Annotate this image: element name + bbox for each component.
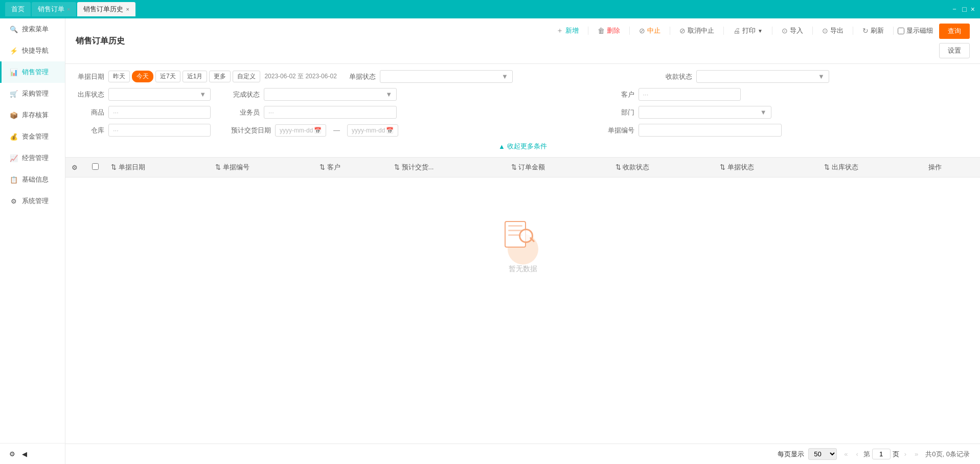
refresh-label: 刷新 [871,26,884,35]
sidebar-item-inventory[interactable]: 📦 库存核算 [0,104,65,126]
table-body: 暂无数据 [65,178,980,315]
tab-sales-order-label: 销售订单 [38,5,64,14]
client-label: 客户 [606,90,634,99]
salesperson-input[interactable]: ··· [264,106,397,119]
date-btn-more[interactable]: 更多 [209,71,231,82]
filter-product: 商品 ··· [76,106,211,119]
expected-date-end[interactable]: yyyy-mm-dd 📅 [347,124,398,137]
sidebar-item-quick-nav[interactable]: ⚡ 快捷导航 [0,40,65,61]
minimize-btn[interactable]: － [951,5,958,14]
sidebar-item-search-menu-label: 搜索菜单 [22,25,49,34]
sidebar-item-ops-label: 经营管理 [22,153,49,163]
sidebar-collapse-icon[interactable]: ◀ [20,450,29,458]
order-num-input[interactable] [639,124,782,137]
stop-label: 中止 [647,26,660,35]
sidebar-item-sys-mgmt[interactable]: ⚙ 系统管理 [0,190,65,212]
payment-status-arrow: ▼ [818,73,825,80]
date-range: 2023-06-02 至 2023-06-02 [264,72,336,81]
filter-row-2: 出库状态 ▼ 完成状态 ▼ 客户 ··· [76,88,970,101]
client-input[interactable]: ··· [639,88,741,101]
payment-status-select[interactable]: ▼ [696,70,829,83]
import-btn[interactable]: ⊙ 导入 [777,24,808,38]
print-arrow: ▼ [758,28,763,34]
settings-btn[interactable]: 设置 [939,43,970,58]
print-btn[interactable]: 🖨 打印 ▼ [728,24,768,38]
main-content: 销售订单历史 ＋ 新增 🗑 删除 ⊘ 中止 [65,18,980,464]
tab-sales-order[interactable]: 销售订单 × [32,2,76,16]
export-btn[interactable]: ⊙ 导出 [817,24,849,38]
col-order-date: ⇅ 单据日期 [105,158,209,178]
last-page-btn[interactable]: » [911,449,921,459]
filter-complete-status: 完成状态 ▼ [231,88,596,101]
new-btn[interactable]: ＋ 新增 [551,24,584,38]
refresh-btn[interactable]: ↻ 刷新 [857,24,889,38]
divider-5 [772,27,772,35]
empty-row: 暂无数据 [65,178,980,315]
sidebar-item-sales-mgmt-label: 销售管理 [22,68,49,77]
col-order-amount: ⇅ 订单金额 [505,158,609,178]
date-separator: — [330,126,343,134]
table-area: ⚙ ⇅ 单据日期 ⇅ 单据编号 ⇅ 客户 [65,158,980,444]
sidebar-item-sales-mgmt[interactable]: 📊 销售管理 [0,61,65,83]
order-num-label: 单据编号 [606,126,634,135]
date-btn-yesterday[interactable]: 昨天 [108,71,130,82]
display-cols-checkbox[interactable] [898,28,904,34]
import-icon: ⊙ [782,27,788,35]
cancel-stop-icon: ⊘ [679,27,686,35]
prev-page-btn[interactable]: ‹ [853,449,861,459]
sidebar-item-purchase-mgmt[interactable]: 🛒 采购管理 [0,83,65,104]
delete-btn[interactable]: 🗑 删除 [592,24,625,38]
order-status-label: 单据状态 [347,72,376,81]
sidebar-item-ops[interactable]: 📈 经营管理 [0,147,65,169]
sidebar-item-finance[interactable]: 💰 资金管理 [0,126,65,147]
tab-sales-order-history-close[interactable]: × [126,6,129,12]
delete-icon: 🗑 [598,27,605,35]
collapse-icon: ▲ [498,143,505,150]
collapse-row[interactable]: ▲ 收起更多条件 [76,142,970,151]
page-word: 第 [863,450,870,459]
date-btn-today[interactable]: 今天 [132,71,153,82]
select-all-checkbox[interactable] [92,163,99,170]
filter-order-status: 单据状态 ▼ [347,70,653,83]
first-page-btn[interactable]: « [841,449,851,459]
tab-sales-order-close[interactable]: × [67,6,70,12]
col-client: ⇅ 客户 [313,158,388,178]
finance-icon: 💰 [10,132,18,141]
order-status-select[interactable]: ▼ [380,70,513,83]
sidebar-settings-icon[interactable]: ⚙ [8,450,16,458]
page-label: 页 [893,450,899,459]
filter-salesperson: 业务员 ··· [231,106,596,119]
stop-btn[interactable]: ⊘ 中止 [634,24,666,38]
main-layout: 🔍 搜索菜单 ⚡ 快捷导航 📊 销售管理 🛒 采购管理 📦 库存核算 💰 资金管… [0,18,980,464]
window-close-btn[interactable]: × [971,5,975,13]
complete-status-select[interactable]: ▼ [264,88,397,101]
search-menu-icon: 🔍 [10,25,18,33]
product-input[interactable]: ··· [108,106,211,119]
cancel-stop-label: 取消中止 [688,26,714,35]
expected-date-label: 预计交货日期 [231,126,271,135]
page-input[interactable] [872,449,891,459]
tab-sales-order-history[interactable]: 销售订单历史 × [77,2,135,16]
col-expected-date: ⇅ 预计交货... [388,158,505,178]
sidebar-item-base-info[interactable]: 📋 基础信息 [0,169,65,190]
filter-row-4: 仓库 ··· 预计交货日期 yyyy-mm-dd 📅 — yyyy-mm-dd … [76,124,970,137]
table-settings-icon[interactable]: ⚙ [72,164,78,171]
warehouse-input[interactable]: ··· [108,124,211,137]
date-btn-custom[interactable]: 自定义 [233,71,260,82]
col-stock-status: ⇅ 出库状态 [818,158,922,178]
col-order-date-label: ⇅ 单据日期 [111,163,145,171]
query-btn[interactable]: 查询 [939,24,970,39]
page-size-select[interactable]: 50 10 20 100 [808,448,837,460]
next-page-btn[interactable]: › [901,449,909,459]
stock-status-select[interactable]: ▼ [108,88,211,101]
date-btn-1month[interactable]: 近1月 [183,71,208,82]
dept-label: 部门 [606,108,634,117]
expected-date-start[interactable]: yyyy-mm-dd 📅 [275,124,326,137]
sidebar-item-search-menu[interactable]: 🔍 搜索菜单 [0,18,65,40]
dept-select[interactable]: ▼ [639,106,771,119]
col-order-status: ⇅ 单据状态 [714,158,818,178]
tab-home[interactable]: 首页 [5,2,31,16]
date-btn-7days[interactable]: 近7天 [155,71,180,82]
cancel-stop-btn[interactable]: ⊘ 取消中止 [674,24,719,38]
maximize-btn[interactable]: □ [962,5,966,13]
